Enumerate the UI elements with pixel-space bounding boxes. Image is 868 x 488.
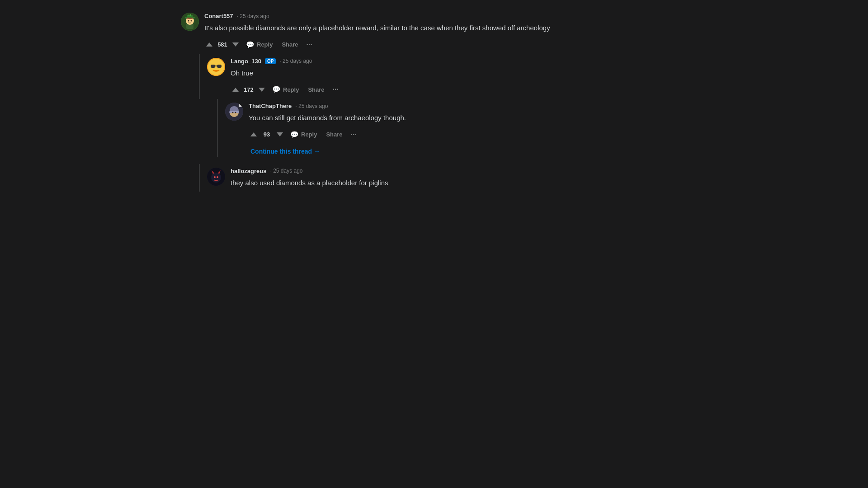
svg-rect-17 [229,111,239,113]
timestamp-lango130: · 25 days ago [279,58,312,64]
svg-rect-8 [189,14,189,16]
avatar-conart557 [181,13,199,31]
avatar-lango130 [207,58,225,76]
comment-body-thatchapthere: ThatChapThere · 25 days ago You can stil… [249,103,687,141]
vote-section-thatchapthere: 93 [249,131,285,138]
vote-count-lango130: 172 [243,86,254,93]
vote-count-conart557: 581 [217,41,228,48]
more-btn-conart557[interactable]: ··· [304,39,315,51]
timestamp-conart557: · 25 days ago [237,13,269,19]
upvote-lango130[interactable] [231,86,241,94]
share-btn-thatchapthere[interactable]: Share [322,129,346,140]
svg-rect-13 [217,65,222,68]
svg-point-18 [232,112,234,113]
more-btn-lango130[interactable]: ··· [330,84,341,95]
username-conart557: Conart557 [204,13,233,19]
upvote-thatchapthere[interactable] [249,131,259,138]
avatar-thatchapthere [225,103,243,121]
svg-point-11 [208,59,224,75]
comment-header-lango130: Lango_130 OP · 25 days ago [231,58,687,65]
downvote-arrow-icon [259,88,265,92]
svg-point-19 [235,112,236,113]
upvote-arrow-icon [232,88,239,92]
timestamp-hallozagreus: · 25 days ago [270,168,302,174]
svg-point-21 [211,173,221,183]
share-btn-conart557[interactable]: Share [278,39,302,50]
comment-text-thatchapthere: You can still get diamonds from archaeol… [249,113,687,123]
reply-btn-lango130[interactable]: 💬 Reply [269,84,302,95]
comment-conart557: Conart557 · 25 days ago It's also possib… [181,9,687,54]
svg-rect-5 [187,18,193,19]
action-bar-conart557: 581 💬 Reply Share ··· [204,39,687,51]
continue-thread-link[interactable]: Continue this thread → [250,146,320,157]
svg-rect-9 [190,14,191,16]
svg-point-7 [191,20,192,22]
comment-header-thatchapthere: ThatChapThere · 25 days ago [249,103,687,109]
online-indicator [239,103,242,107]
more-btn-thatchapthere[interactable]: ··· [348,129,359,141]
svg-point-25 [217,177,218,178]
comment-thread: Conart557 · 25 days ago It's also possib… [181,9,687,192]
username-lango130: Lango_130 [231,58,261,65]
comment-hallozagreus: hallozagreus · 25 days ago they also use… [199,164,687,192]
reply-icon-lango130: 💬 [272,85,281,94]
op-badge-lango130: OP [265,58,276,64]
reply-icon-thatchapthere: 💬 [290,131,299,139]
comment-text-hallozagreus: they also used diamonds as a placeholder… [231,178,687,188]
comment-body-lango130: Lango_130 OP · 25 days ago Oh true 172 [231,58,687,96]
share-btn-lango130[interactable]: Share [304,84,328,95]
continue-thread-section: Continue this thread → [217,144,687,157]
username-thatchapthere: ThatChapThere [249,103,292,109]
downvote-conart557[interactable] [231,41,241,48]
downvote-thatchapthere[interactable] [275,131,285,138]
svg-point-6 [188,20,189,22]
comment-thatchapthere: ThatChapThere · 25 days ago You can stil… [217,99,687,144]
svg-rect-14 [215,66,217,66]
comment-body-hallozagreus: hallozagreus · 25 days ago they also use… [231,168,687,188]
comment-header-conart557: Conart557 · 25 days ago [204,13,687,19]
reply-btn-conart557[interactable]: 💬 Reply [242,39,276,51]
comment-lango130: Lango_130 OP · 25 days ago Oh true 172 [199,54,687,99]
reply-icon-conart557: 💬 [246,41,255,49]
comment-header-hallozagreus: hallozagreus · 25 days ago [231,168,687,174]
comment-text-conart557: It's also possible diamonds are only a p… [204,23,687,33]
upvote-conart557[interactable] [204,41,214,48]
upvote-arrow-icon [206,42,212,47]
svg-point-24 [214,177,215,178]
timestamp-thatchapthere: · 25 days ago [295,103,328,109]
username-hallozagreus: hallozagreus [231,168,266,174]
page-container: Conart557 · 25 days ago It's also possib… [163,0,705,201]
vote-section-conart557: 581 [204,41,241,48]
svg-rect-12 [211,65,215,68]
downvote-arrow-icon [277,132,283,136]
upvote-arrow-icon [250,132,257,136]
avatar-hallozagreus [207,168,225,186]
action-bar-thatchapthere: 93 💬 Reply Share ··· [249,129,687,141]
reply-btn-thatchapthere[interactable]: 💬 Reply [287,129,321,141]
vote-section-lango130: 172 [231,86,267,94]
vote-count-thatchapthere: 93 [261,131,272,138]
action-bar-lango130: 172 💬 Reply Share ··· [231,84,687,95]
comment-body-conart557: Conart557 · 25 days ago It's also possib… [204,13,687,51]
downvote-arrow-icon [232,42,239,47]
comment-text-lango130: Oh true [231,68,687,79]
downvote-lango130[interactable] [257,86,267,94]
